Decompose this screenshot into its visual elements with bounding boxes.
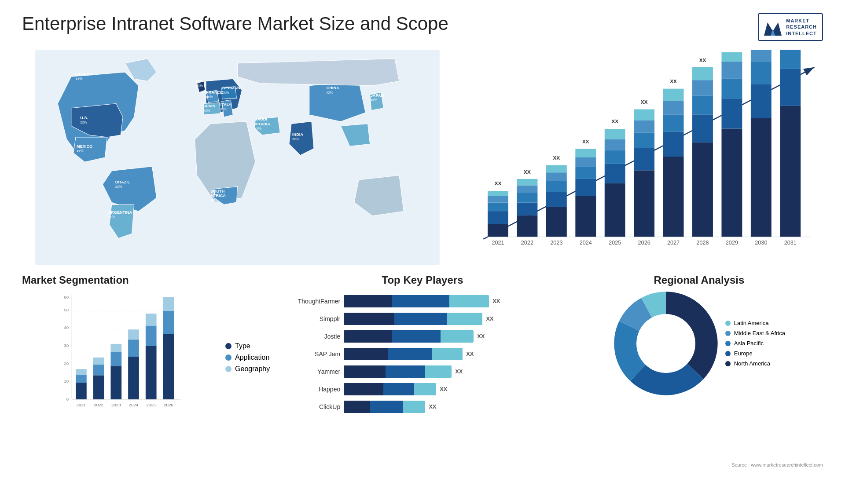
svg-rect-37 (488, 224, 508, 237)
svg-text:AFRICA: AFRICA (210, 194, 226, 198)
legend-label-application: Application (235, 354, 269, 362)
svg-text:2022: 2022 (521, 240, 533, 246)
svg-text:xx%: xx% (292, 137, 299, 141)
svg-text:xx%: xx% (210, 198, 217, 202)
source-text: Source : www.marketresearchintellect.com (731, 462, 823, 467)
svg-rect-127 (76, 375, 87, 383)
svg-text:2028: 2028 (696, 240, 709, 246)
legend-application: Application (225, 354, 270, 362)
svg-rect-89 (721, 52, 742, 62)
svg-text:60: 60 (64, 295, 69, 299)
svg-rect-139 (146, 325, 157, 346)
svg-text:XX: XX (670, 78, 677, 84)
svg-rect-55 (575, 196, 596, 237)
svg-rect-85 (721, 128, 742, 237)
player-simpplr: Simpplr XX (283, 313, 562, 325)
svg-rect-80 (692, 114, 713, 142)
svg-text:20: 20 (64, 361, 69, 365)
svg-text:xx%: xx% (196, 84, 203, 88)
dot-north-america (725, 361, 731, 366)
player-thoughtfarmer: ThoughtFarmer XX (283, 295, 562, 307)
svg-text:XX: XX (582, 139, 589, 144)
player-name: Simpplr (283, 315, 340, 322)
dot-europe (725, 351, 731, 356)
regional-legend: Latin America Middle East & Africa Asia … (725, 320, 785, 367)
svg-text:XX: XX (553, 155, 560, 161)
svg-rect-64 (605, 139, 625, 150)
label-asia-pacific: Asia Pacific (734, 340, 764, 347)
svg-rect-46 (517, 185, 537, 193)
world-map: CANADA xx% U.S. xx% MEXICO xx% BRAZIL xx… (22, 50, 453, 265)
svg-rect-50 (546, 192, 567, 207)
svg-text:BRAZIL: BRAZIL (115, 180, 130, 184)
legend-north-america: North America (725, 360, 785, 367)
svg-text:XX: XX (611, 118, 618, 124)
player-name: Yammer (283, 368, 340, 375)
player-value: XX (455, 368, 463, 375)
svg-rect-45 (517, 193, 537, 202)
svg-text:xx%: xx% (80, 121, 87, 124)
legend-latin-america: Latin America (725, 320, 785, 326)
svg-rect-74 (663, 131, 684, 157)
svg-text:SPAIN: SPAIN (203, 104, 215, 108)
svg-text:xx%: xx% (222, 91, 229, 95)
player-name: Happeo (283, 386, 340, 393)
svg-rect-70 (634, 121, 654, 132)
svg-rect-69 (634, 132, 654, 148)
logo-text: MARKET RESEARCH INTELLECT (786, 18, 817, 37)
svg-rect-82 (692, 80, 713, 95)
logo-icon (764, 18, 782, 36)
svg-text:2024: 2024 (129, 402, 139, 407)
svg-rect-44 (517, 202, 537, 215)
donut-chart (613, 291, 719, 396)
svg-rect-133 (110, 352, 121, 366)
svg-rect-126 (76, 383, 87, 399)
svg-text:INDIA: INDIA (292, 132, 303, 137)
svg-rect-86 (721, 99, 742, 128)
player-name: ThoughtFarmer (283, 298, 340, 305)
segmentation-title: Market Segmentation (22, 274, 270, 286)
svg-text:U.S.: U.S. (80, 116, 88, 120)
header: Enterprise Intranet Software Market Size… (22, 13, 823, 41)
svg-rect-76 (663, 101, 684, 114)
svg-text:XX: XX (699, 57, 706, 63)
svg-text:2023: 2023 (550, 240, 562, 246)
player-value: XX (429, 403, 436, 410)
player-value: XX (466, 351, 474, 357)
svg-text:2025: 2025 (609, 240, 621, 246)
svg-text:xx%: xx% (327, 91, 333, 95)
legend-asia-pacific: Asia Pacific (725, 340, 785, 347)
svg-text:SAUDI: SAUDI (254, 117, 267, 121)
svg-rect-63 (605, 150, 625, 164)
svg-rect-62 (605, 164, 625, 183)
svg-rect-79 (692, 142, 713, 237)
legend-middle-east: Middle East & Africa (725, 330, 785, 336)
svg-text:xx%: xx% (115, 185, 122, 189)
svg-rect-52 (546, 172, 567, 181)
svg-rect-83 (692, 67, 713, 80)
logo: MARKET RESEARCH INTELLECT (758, 13, 823, 41)
svg-rect-91 (751, 118, 772, 237)
segmentation-section: Market Segmentation 0 10 20 30 40 50 (22, 274, 270, 467)
svg-rect-65 (605, 129, 625, 139)
svg-text:2026: 2026 (638, 240, 650, 246)
svg-text:30: 30 (64, 343, 69, 348)
svg-rect-134 (110, 344, 121, 352)
svg-rect-136 (128, 340, 139, 357)
svg-text:2025: 2025 (146, 402, 156, 407)
legend-label-geography: Geography (235, 365, 270, 373)
svg-text:2030: 2030 (755, 240, 767, 246)
svg-text:CANADA: CANADA (75, 72, 92, 77)
svg-text:xx%: xx% (77, 149, 83, 153)
svg-rect-59 (575, 149, 596, 157)
svg-rect-93 (751, 62, 772, 84)
player-value: XX (477, 333, 485, 340)
svg-rect-47 (517, 179, 537, 186)
svg-text:xx%: xx% (108, 215, 114, 219)
bar-chart-section: XX XX XX XX (470, 50, 823, 265)
player-name: ClickUp (283, 403, 340, 410)
legend-label-type: Type (235, 342, 250, 350)
svg-rect-137 (128, 329, 139, 340)
svg-text:XX: XX (728, 50, 735, 50)
legend-dot-type (225, 343, 231, 349)
